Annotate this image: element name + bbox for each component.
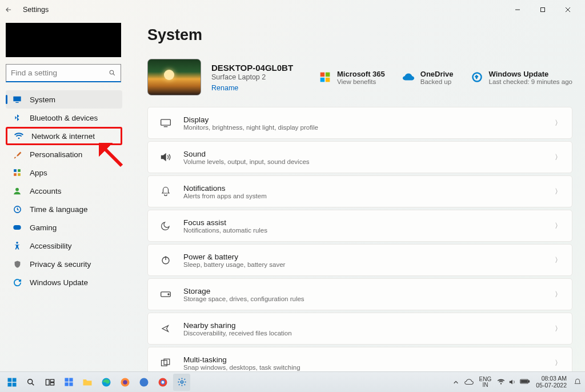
svg-rect-12 (13, 225, 21, 230)
card-storage[interactable]: StorageStorage space, drives, configurat… (147, 278, 572, 310)
taskbar-widgets[interactable] (60, 374, 77, 391)
card-sub: Discoverability, received files location (183, 330, 292, 337)
titlebar: Settings (0, 0, 585, 19)
main-content: System DESKTOP-04GL0BT Surface Laptop 2 … (128, 19, 585, 371)
svg-rect-8 (14, 173, 17, 176)
sidebar-item-update[interactable]: Windows Update (6, 273, 122, 291)
nav-label: Time & language (30, 205, 88, 214)
svg-rect-16 (320, 78, 325, 82)
maximize-button[interactable] (530, 2, 555, 18)
card-multitasking[interactable]: Multi-taskingSnap windows, desktops, tas… (147, 347, 572, 371)
nav-label: Network & internet (31, 132, 95, 141)
svg-rect-30 (13, 378, 17, 382)
display-icon (158, 115, 173, 130)
card-title: Multi-tasking (183, 355, 300, 364)
svg-rect-51 (529, 381, 530, 382)
clock-icon (11, 203, 23, 215)
card-sound[interactable]: SoundVolume levels, output, input, sound… (147, 141, 572, 173)
rename-link[interactable]: Rename (211, 84, 293, 92)
device-thumbnail[interactable] (147, 59, 201, 95)
card-focus[interactable]: Focus assistNotifications, automatic rul… (147, 210, 572, 242)
svg-rect-29 (8, 378, 12, 382)
chevron-right-icon: 〉 (555, 118, 562, 128)
pill-title: OneDrive (420, 70, 454, 78)
bell-icon (158, 184, 173, 199)
svg-rect-31 (8, 382, 12, 386)
svg-rect-41 (69, 382, 73, 386)
brush-icon (11, 149, 23, 160)
sound-icon (158, 150, 173, 165)
taskbar-firefox[interactable] (117, 374, 134, 391)
device-name: DESKTOP-04GL0BT (211, 63, 293, 73)
card-display[interactable]: DisplayMonitors, brightness, night light… (147, 107, 572, 139)
search-box[interactable] (6, 64, 121, 82)
tray-wifi-icon (497, 378, 505, 386)
svg-point-10 (15, 187, 19, 191)
share-icon (158, 321, 173, 336)
svg-line-34 (32, 383, 34, 385)
svg-rect-17 (326, 78, 330, 82)
taskbar-explorer[interactable] (79, 374, 96, 391)
sidebar-item-gaming[interactable]: Gaming (6, 218, 122, 237)
sidebar-item-accessibility[interactable]: Accessibility (6, 237, 122, 255)
svg-rect-14 (320, 73, 325, 77)
card-title: Storage (183, 287, 304, 295)
start-button[interactable] (3, 374, 21, 391)
taskbar-edge[interactable] (98, 374, 115, 391)
close-button[interactable] (555, 2, 580, 18)
svg-line-3 (113, 74, 115, 75)
tray-language[interactable]: ENG IN (479, 377, 492, 388)
page-heading: System (147, 26, 572, 44)
card-title: Notifications (183, 184, 267, 193)
taskbar-search[interactable] (22, 374, 39, 391)
card-title: Focus assist (183, 218, 267, 227)
minimize-button[interactable] (505, 2, 530, 18)
sidebar-item-personalisation[interactable]: Personalisation (6, 145, 122, 163)
sidebar-item-privacy[interactable]: Privacy & security (6, 255, 122, 273)
svg-rect-7 (18, 169, 21, 172)
device-row: DESKTOP-04GL0BT Surface Laptop 2 Rename … (147, 59, 572, 95)
taskbar-settings[interactable] (173, 374, 190, 391)
sidebar-item-apps[interactable]: Apps (6, 163, 122, 182)
sidebar-item-accounts[interactable]: Accounts (6, 182, 122, 200)
svg-rect-32 (13, 382, 17, 386)
clock-date: 05-07-2022 (536, 382, 567, 389)
card-power[interactable]: Power & batterySleep, battery usage, bat… (147, 244, 572, 276)
svg-rect-36 (50, 379, 54, 382)
card-notifications[interactable]: NotificationsAlerts from apps and system… (147, 175, 572, 207)
status-ms365[interactable]: Microsoft 365 View benefits (319, 70, 385, 85)
card-title: Display (183, 115, 318, 124)
chevron-right-icon: 〉 (555, 187, 562, 197)
status-update[interactable]: Windows Update Last checked: 9 minutes a… (471, 70, 572, 85)
search-icon (109, 69, 116, 77)
tray-clock[interactable]: 08:03 AM 05-07-2022 (536, 375, 568, 389)
sidebar-item-time[interactable]: Time & language (6, 200, 122, 218)
sidebar-item-network[interactable]: Network & internet (6, 127, 122, 145)
gaming-icon (11, 222, 23, 233)
taskbar-app[interactable] (135, 374, 153, 391)
tray-notifications-icon[interactable] (574, 378, 582, 387)
tray-chevron-icon[interactable] (453, 380, 459, 385)
bluetooth-icon (11, 112, 23, 123)
pill-title: Windows Update (489, 70, 572, 78)
taskbar-taskview[interactable] (41, 374, 58, 391)
svg-point-48 (162, 381, 165, 383)
status-onedrive[interactable]: OneDrive Backed up (402, 70, 454, 85)
sidebar-item-system[interactable]: System (6, 90, 122, 109)
nav-label: Windows Update (30, 278, 88, 287)
search-input[interactable] (11, 69, 109, 77)
svg-point-44 (123, 380, 127, 385)
card-sub: Volume levels, output, input, sound devi… (183, 158, 310, 165)
svg-rect-5 (15, 102, 18, 103)
card-sub: Snap windows, desktops, task switching (183, 364, 300, 371)
tray-icons[interactable] (497, 378, 530, 386)
back-button[interactable] (5, 6, 18, 14)
svg-point-13 (16, 242, 18, 244)
chevron-right-icon: 〉 (555, 221, 562, 231)
shield-icon (11, 258, 23, 270)
sidebar-item-bluetooth[interactable]: Bluetooth & devices (6, 109, 122, 127)
taskbar-chrome[interactable] (154, 374, 171, 391)
tray-onedrive-icon[interactable] (464, 379, 474, 385)
svg-rect-15 (326, 73, 330, 77)
card-nearby[interactable]: Nearby sharingDiscoverability, received … (147, 313, 572, 345)
